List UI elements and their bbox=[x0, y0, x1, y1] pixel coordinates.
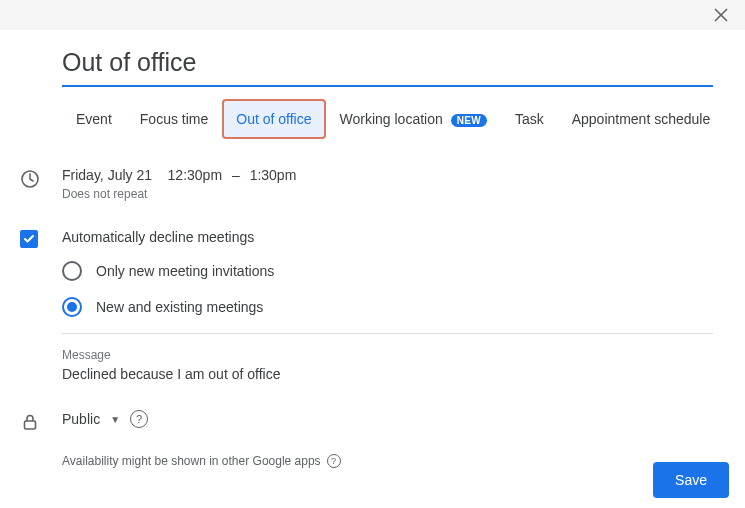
availability-note: Availability might be shown in other Goo… bbox=[62, 454, 729, 468]
start-time: 12:30pm bbox=[168, 167, 222, 183]
visibility-help-icon[interactable]: ? bbox=[130, 410, 148, 428]
dialog-topbar bbox=[0, 0, 745, 30]
decline-options-group: Only new meeting invitations New and exi… bbox=[62, 261, 729, 317]
repeat-text[interactable]: Does not repeat bbox=[62, 187, 296, 201]
close-icon[interactable] bbox=[713, 7, 729, 26]
date-text: Friday, July 21 bbox=[62, 167, 152, 183]
radio-only-new-label: Only new meeting invitations bbox=[96, 263, 274, 279]
tab-focus-time[interactable]: Focus time bbox=[126, 99, 222, 139]
clock-icon bbox=[20, 169, 40, 193]
availability-help-icon[interactable]: ? bbox=[327, 454, 341, 468]
message-input[interactable]: Declined because I am out of office bbox=[62, 366, 729, 382]
event-title-input[interactable]: Out of office bbox=[62, 48, 713, 87]
auto-decline-checkbox[interactable] bbox=[20, 230, 38, 248]
availability-text: Availability might be shown in other Goo… bbox=[62, 454, 321, 468]
save-button[interactable]: Save bbox=[653, 462, 729, 498]
radio-new-and-existing[interactable]: New and existing meetings bbox=[62, 297, 729, 317]
tab-event[interactable]: Event bbox=[62, 99, 126, 139]
event-type-tabs: Event Focus time Out of office Working l… bbox=[62, 99, 729, 139]
svg-rect-3 bbox=[25, 421, 36, 429]
tab-working-location[interactable]: Working location NEW bbox=[326, 99, 501, 139]
radio-icon bbox=[62, 297, 82, 317]
auto-decline-label: Automatically decline meetings bbox=[62, 229, 254, 245]
lock-icon bbox=[20, 412, 40, 436]
visibility-dropdown[interactable]: Public bbox=[62, 411, 100, 427]
time-separator: – bbox=[232, 167, 240, 183]
end-time: 1:30pm bbox=[250, 167, 297, 183]
message-label: Message bbox=[62, 348, 729, 362]
tab-appointment-schedule[interactable]: Appointment schedule bbox=[558, 99, 725, 139]
radio-icon bbox=[62, 261, 82, 281]
chevron-down-icon: ▼ bbox=[110, 414, 120, 425]
radio-new-and-existing-label: New and existing meetings bbox=[96, 299, 263, 315]
tab-out-of-office[interactable]: Out of office bbox=[222, 99, 325, 139]
divider bbox=[62, 333, 713, 334]
radio-only-new[interactable]: Only new meeting invitations bbox=[62, 261, 729, 281]
tab-working-location-label: Working location bbox=[340, 111, 443, 127]
new-badge: NEW bbox=[451, 114, 487, 127]
tab-task[interactable]: Task bbox=[501, 99, 558, 139]
datetime-display[interactable]: Friday, July 21 12:30pm – 1:30pm bbox=[62, 167, 296, 183]
